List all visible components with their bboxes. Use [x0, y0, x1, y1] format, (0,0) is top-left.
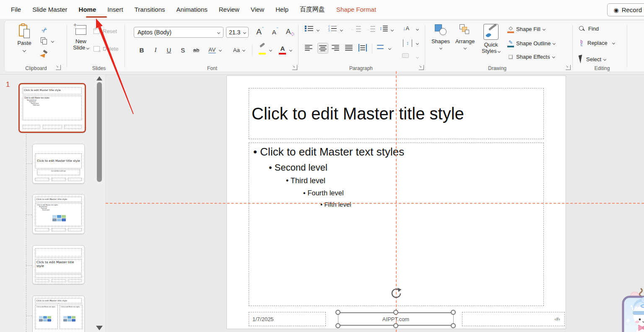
copy-button[interactable]: [41, 37, 47, 44]
new-slide-button[interactable]: New Slide: [70, 24, 92, 51]
smartart-chevron[interactable]: [416, 56, 419, 59]
bullets-chevron[interactable]: [317, 29, 319, 31]
font-size-combo[interactable]: 21.3: [226, 27, 249, 38]
scrollbar-down-arrow[interactable]: [96, 326, 103, 330]
font-color-button[interactable]: A: [277, 44, 288, 55]
layout-thumbnail-two-content[interactable]: Click to edit Master title style Click t…: [32, 296, 85, 332]
shape-effects-icon: ❏: [507, 54, 514, 60]
line-spacing-button[interactable]: ↕: [379, 26, 388, 31]
increase-indent-button[interactable]: →: [365, 26, 375, 32]
layout-thumbnail-section-header[interactable]: Click to edit Master title style: [32, 245, 85, 284]
layout-thumbnail-title[interactable]: Click to edit Master title style Click t…: [32, 144, 85, 184]
resize-handle-bottom-center[interactable]: [393, 323, 398, 328]
select-button[interactable]: Select: [579, 54, 606, 64]
paste-icon: [19, 24, 30, 37]
shapes-button[interactable]: Shapes: [431, 24, 451, 49]
highlight-color-button[interactable]: [257, 44, 268, 55]
grow-font-button[interactable]: Aˆ: [254, 26, 266, 38]
resize-handle-top-right[interactable]: [451, 310, 456, 315]
distribute-columns-button[interactable]: [358, 44, 367, 52]
thumb-number-placeholder: [68, 178, 82, 181]
shape-outline-button[interactable]: ✎ Shape Outline: [507, 39, 555, 47]
font-name-combo[interactable]: Aptos (Body): [134, 27, 223, 38]
align-left-button[interactable]: [305, 45, 312, 51]
scrollbar-thumb[interactable]: [97, 82, 102, 182]
resize-handle-bottom-right[interactable]: [451, 323, 456, 328]
character-spacing-button[interactable]: AV: [207, 44, 218, 55]
increase-indent-icon: [370, 26, 375, 32]
shape-fill-button[interactable]: ◇ Shape Fill: [507, 25, 545, 33]
align-right-button[interactable]: [332, 45, 339, 51]
clear-formatting-button[interactable]: A◇: [284, 26, 296, 38]
cut-button[interactable]: ✂: [38, 23, 51, 36]
layout-connector-stub: [26, 265, 32, 266]
clipboard-group-label: Clipboard: [17, 65, 55, 71]
change-case-chevron[interactable]: [242, 49, 245, 52]
layout-connector-stub: [26, 316, 32, 316]
group-separator: [125, 25, 125, 67]
rotate-handle-icon[interactable]: [390, 288, 402, 299]
tab-transitions[interactable]: Transitions: [135, 6, 165, 13]
tab-slide-master[interactable]: Slide Master: [32, 6, 67, 13]
font-dialog-launcher[interactable]: [292, 65, 297, 70]
replace-icon: bc: [578, 40, 585, 46]
text-direction-chevron[interactable]: [416, 28, 419, 31]
underline-button[interactable]: U: [164, 44, 174, 55]
reset-button[interactable]: Reset: [93, 28, 117, 34]
bold-button[interactable]: B: [136, 44, 147, 55]
columns-button[interactable]: [377, 45, 384, 49]
italic-button[interactable]: I: [150, 44, 161, 55]
columns-chevron[interactable]: [388, 47, 391, 50]
paste-button[interactable]: Paste: [14, 24, 35, 52]
line-spacing-chevron[interactable]: [391, 29, 394, 31]
align-center-button[interactable]: [317, 43, 328, 54]
tab-review[interactable]: Review: [219, 6, 239, 13]
record-button[interactable]: ◉ Record: [607, 3, 644, 16]
sort-text-direction-button[interactable]: ↓A: [403, 25, 409, 31]
resize-handle-top-center[interactable]: [393, 310, 398, 315]
tab-animations[interactable]: Animations: [177, 6, 208, 13]
bullets-button[interactable]: [305, 26, 313, 31]
drawing-dialog-launcher[interactable]: [566, 65, 571, 70]
replace-button[interactable]: bc Replace: [578, 40, 615, 46]
numbering-button[interactable]: 123: [328, 26, 337, 31]
strikethrough-button[interactable]: ab: [191, 44, 202, 55]
convert-smartart-button[interactable]: [402, 53, 409, 58]
resize-handle-top-left[interactable]: [335, 310, 340, 315]
resize-handle-bottom-left[interactable]: [335, 323, 340, 328]
copy-dropdown-chevron[interactable]: [51, 40, 54, 43]
distribute-icon: [360, 45, 365, 50]
highlight-color-chevron[interactable]: [269, 49, 272, 52]
tab-insert[interactable]: Insert: [107, 6, 123, 13]
clipboard-dialog-launcher[interactable]: [56, 65, 61, 70]
tab-file[interactable]: File: [11, 6, 21, 13]
tab-view[interactable]: View: [251, 6, 264, 13]
delete-slide-button[interactable]: Delete: [93, 46, 119, 52]
paragraph-dialog-launcher[interactable]: [419, 65, 424, 70]
date-placeholder[interactable]: 1/7/2025: [249, 312, 326, 326]
text-shadow-button[interactable]: S: [177, 44, 188, 55]
change-case-button[interactable]: Aa: [231, 44, 242, 55]
shrink-font-button[interactable]: Aˇ: [269, 26, 281, 38]
character-spacing-chevron[interactable]: [219, 49, 222, 52]
tab-shape-format[interactable]: Shape Format: [336, 6, 376, 13]
numbering-chevron[interactable]: [340, 29, 343, 31]
align-text-button[interactable]: ↕: [403, 39, 412, 47]
decrease-indent-button[interactable]: ←: [351, 26, 361, 32]
tab-home[interactable]: Home: [79, 6, 96, 13]
find-button[interactable]: Find: [579, 26, 599, 32]
slide-number-placeholder[interactable]: ‹#›: [462, 312, 565, 326]
justify-button[interactable]: [345, 45, 353, 51]
arrange-button[interactable]: Arrange: [454, 24, 476, 49]
shape-effects-button[interactable]: ❏ Shape Effects: [507, 54, 555, 60]
scrollbar-up-arrow[interactable]: [96, 76, 102, 80]
quick-styles-button[interactable]: Quick Styles: [479, 24, 503, 54]
tab-baidu-netdisk[interactable]: 百度网盘: [300, 5, 325, 13]
font-color-chevron[interactable]: [289, 49, 292, 52]
master-slide-thumbnail[interactable]: Click to edit Master title style Click t…: [18, 83, 86, 133]
format-painter-button[interactable]: [40, 51, 47, 57]
quick-styles-label-1: Quick: [484, 42, 498, 48]
layout-thumbnail-content[interactable]: Click to edit Master title style Click t…: [32, 194, 85, 234]
tab-help[interactable]: Help: [275, 6, 288, 13]
align-text-chevron[interactable]: [416, 42, 419, 45]
